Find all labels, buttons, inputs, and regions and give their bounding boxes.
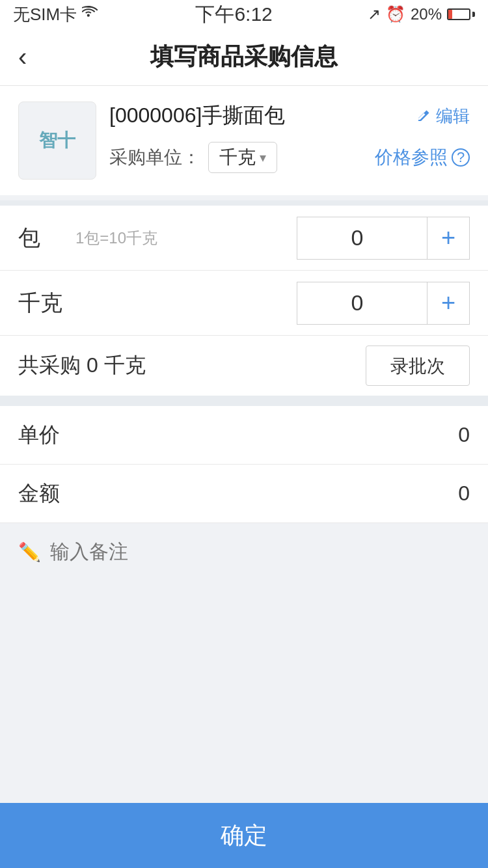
remark-area[interactable]: ✏️ bbox=[0, 523, 488, 621]
input-section: 包 1包=10千克 + 千克 + bbox=[0, 206, 488, 336]
amount-label: 金额 bbox=[18, 480, 60, 508]
unit-price-value: 0 bbox=[458, 423, 470, 447]
location-icon: ↗ bbox=[368, 5, 381, 23]
battery-icon bbox=[447, 8, 475, 20]
page-title: 填写商品采购信息 bbox=[150, 41, 338, 73]
kg-plus-button[interactable]: + bbox=[427, 282, 470, 325]
alarm-icon: ⏰ bbox=[386, 5, 405, 23]
bag-input-row: 包 1包=10千克 + bbox=[0, 206, 488, 271]
product-logo: 智十 bbox=[39, 128, 75, 153]
batch-button[interactable]: 录批次 bbox=[366, 346, 470, 386]
edit-button[interactable]: 编辑 bbox=[416, 105, 470, 128]
unit-value: 千克 bbox=[219, 145, 256, 170]
kg-quantity-input[interactable] bbox=[297, 282, 427, 325]
unit-price-row: 单价 0 bbox=[0, 406, 488, 465]
back-button[interactable]: ‹ bbox=[18, 42, 27, 72]
product-card: 智十 [0000006]手撕面包 编辑 采购单位： 千克 ▾ 价格参照 ? bbox=[0, 86, 488, 200]
price-ref-help-icon: ? bbox=[452, 148, 470, 167]
product-thumbnail: 智十 bbox=[18, 102, 96, 180]
product-name: [0000006]手撕面包 bbox=[109, 102, 285, 130]
edit-label: 编辑 bbox=[436, 105, 470, 128]
nav-bar: ‹ 填写商品采购信息 bbox=[0, 29, 488, 86]
summary-text: 共采购 0 千克 bbox=[18, 351, 146, 380]
kg-input-group: + bbox=[297, 282, 470, 325]
kg-label: 千克 bbox=[18, 288, 70, 318]
summary-row: 共采购 0 千克 录批次 bbox=[0, 336, 488, 401]
unit-select[interactable]: 千克 ▾ bbox=[208, 142, 277, 173]
section-divider-2 bbox=[0, 401, 488, 406]
bag-label: 包 bbox=[18, 223, 70, 253]
status-time: 下午6:12 bbox=[195, 1, 272, 28]
unit-price-label: 单价 bbox=[18, 421, 60, 450]
price-section: 单价 0 金额 0 bbox=[0, 406, 488, 523]
status-bar: 无SIM卡 下午6:12 ↗ ⏰ 20% bbox=[0, 0, 488, 29]
bag-quantity-input[interactable] bbox=[297, 217, 427, 260]
wifi-icon bbox=[82, 5, 100, 25]
price-ref-label: 价格参照 bbox=[375, 145, 448, 170]
confirm-bar[interactable]: 确定 bbox=[0, 803, 488, 868]
content-spacer bbox=[0, 621, 488, 803]
unit-label: 采购单位： bbox=[109, 145, 200, 170]
confirm-button-label: 确定 bbox=[221, 820, 267, 852]
product-info: [0000006]手撕面包 编辑 采购单位： 千克 ▾ 价格参照 ? bbox=[109, 102, 470, 173]
kg-input-row: 千克 + bbox=[0, 271, 488, 336]
section-divider-1 bbox=[0, 200, 488, 206]
status-right: ↗ ⏰ 20% bbox=[368, 5, 475, 23]
battery-percent: 20% bbox=[411, 5, 442, 23]
amount-row: 金额 0 bbox=[0, 465, 488, 523]
remark-input[interactable] bbox=[50, 539, 470, 605]
carrier-label: 无SIM卡 bbox=[13, 3, 77, 26]
pencil-icon: ✏️ bbox=[18, 541, 41, 563]
status-left: 无SIM卡 bbox=[13, 3, 100, 26]
bag-sublabel: 1包=10千克 bbox=[75, 228, 297, 249]
amount-value: 0 bbox=[458, 481, 470, 506]
price-ref-button[interactable]: 价格参照 ? bbox=[375, 145, 470, 170]
bag-input-group: + bbox=[297, 217, 470, 260]
bag-plus-button[interactable]: + bbox=[427, 217, 470, 260]
chevron-down-icon: ▾ bbox=[260, 150, 266, 165]
